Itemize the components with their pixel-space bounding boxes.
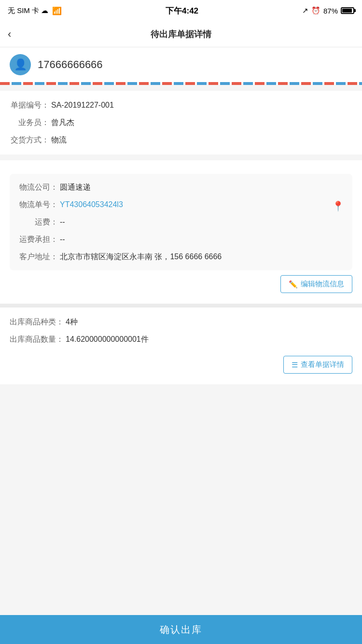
document-no-value: SA-20191227-001: [51, 99, 352, 111]
delivery-method-label: 交货方式：: [10, 134, 49, 146]
salesperson-label: 业务员：: [10, 117, 49, 128]
nav-bar: ‹ 待出库单据详情: [0, 21, 362, 47]
goods-quantity-row: 出库商品数量： 14.620000000000001件: [10, 334, 352, 345]
wifi-icon: 📶: [52, 6, 62, 15]
view-details-button[interactable]: ☰ 查看单据详情: [283, 356, 352, 374]
edit-logistics-label: 编辑物流信息: [301, 280, 344, 289]
goods-section: 出库商品种类： 4种 出库商品数量： 14.620000000000001件 ☰…: [0, 308, 362, 384]
freight-bearer-value: --: [60, 234, 344, 245]
freight-row: 运费： --: [18, 216, 344, 228]
address-row: 客户地址： 北京市市辖区海淀区永丰南 张，156 6666 6666: [18, 251, 344, 263]
bottom-area: 确认出库: [0, 615, 362, 644]
address-label: 客户地址：: [18, 251, 58, 263]
goods-quantity-label: 出库商品数量：: [10, 334, 64, 345]
document-no-row: 单据编号： SA-20191227-001: [10, 99, 352, 111]
goods-kind-value: 4种: [66, 316, 352, 328]
delivery-method-value: 物流: [51, 134, 352, 146]
location-pin-icon[interactable]: 📍: [332, 199, 344, 210]
section-separator: [0, 304, 362, 308]
tracking-no-label: 物流单号：: [18, 199, 58, 210]
location-arrow-icon: ↗: [302, 6, 308, 15]
back-icon: ‹: [8, 28, 11, 41]
salesperson-value: 曾凡杰: [51, 117, 352, 128]
delivery-method-row: 交货方式： 物流: [10, 134, 352, 146]
goods-kind-row: 出库商品种类： 4种: [10, 316, 352, 328]
page-title: 待出库单据详情: [151, 28, 211, 40]
edit-logistics-row: ✏️ 编辑物流信息: [10, 270, 352, 295]
freight-label: 运费：: [18, 216, 58, 228]
logistics-company-label: 物流公司：: [18, 182, 58, 193]
battery-percent: 87%: [323, 7, 338, 15]
alarm-icon: ⏰: [311, 6, 320, 15]
user-header: 👤 17666666666: [0, 47, 362, 82]
avatar-icon: 👤: [14, 58, 27, 71]
goods-quantity-value: 14.620000000000001件: [66, 334, 352, 345]
basic-info-section: 单据编号： SA-20191227-001 业务员： 曾凡杰 交货方式： 物流: [0, 91, 362, 154]
tracking-no-container: YT43064053424l3 📍: [60, 199, 344, 210]
logistics-company-row: 物流公司： 圆通速递: [18, 182, 344, 193]
status-time: 下午4:42: [166, 5, 198, 16]
freight-bearer-row: 运费承担： --: [18, 234, 344, 245]
list-icon: ☰: [292, 361, 298, 369]
view-details-label: 查看单据详情: [301, 360, 344, 369]
bottom-spacer: [0, 442, 362, 490]
user-phone: 17666666666: [38, 58, 103, 71]
document-no-label: 单据编号：: [10, 99, 49, 111]
back-button[interactable]: ‹: [8, 28, 11, 41]
view-details-row: ☰ 查看单据详情: [10, 351, 352, 376]
logistics-card: 物流公司： 圆通速递 物流单号： YT43064053424l3 📍 运费： -…: [10, 174, 352, 270]
avatar: 👤: [10, 54, 31, 75]
dashed-divider: [0, 82, 362, 85]
salesperson-row: 业务员： 曾凡杰: [10, 117, 352, 128]
status-left: 无 SIM 卡 ☁ 📶: [8, 6, 62, 15]
empty-area: [0, 384, 362, 442]
confirm-outbound-button[interactable]: 确认出库: [0, 615, 362, 644]
status-right: ↗ ⏰ 87%: [302, 6, 354, 15]
address-value: 北京市市辖区海淀区永丰南 张，156 6666 6666: [60, 251, 344, 263]
tracking-no-value: YT43064053424l3: [60, 199, 327, 210]
logistics-section: 物流公司： 圆通速递 物流单号： YT43064053424l3 📍 运费： -…: [0, 160, 362, 304]
logistics-company-value: 圆通速递: [60, 182, 344, 193]
freight-value: --: [60, 216, 344, 228]
goods-kind-label: 出库商品种类：: [10, 316, 64, 328]
tracking-no-row: 物流单号： YT43064053424l3 📍: [18, 199, 344, 210]
status-bar: 无 SIM 卡 ☁ 📶 下午4:42 ↗ ⏰ 87%: [0, 0, 362, 21]
battery-icon: [341, 7, 354, 14]
sim-label: 无 SIM 卡 ☁: [8, 6, 48, 15]
edit-icon: ✏️: [289, 280, 298, 289]
edit-logistics-button[interactable]: ✏️ 编辑物流信息: [280, 275, 352, 293]
freight-bearer-label: 运费承担：: [18, 234, 58, 245]
